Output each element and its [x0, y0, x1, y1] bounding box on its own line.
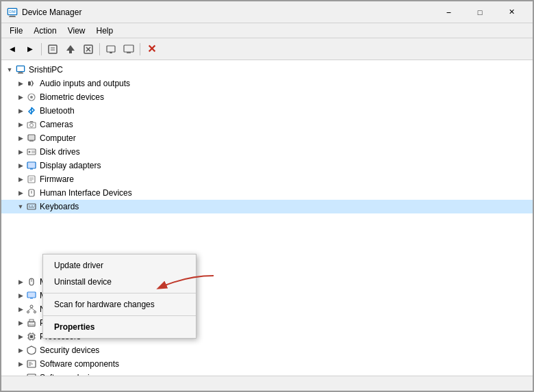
svg-rect-22	[28, 81, 31, 86]
hid-icon	[26, 187, 37, 198]
expand-biometric[interactable]: ▶	[15, 92, 26, 103]
forward-button[interactable]: ►	[22, 41, 38, 57]
device-tree[interactable]: ▼ SrishtiPC ▶ Audio inputs and outputs ▶	[1, 60, 533, 376]
ctx-update-driver[interactable]: Update driver	[43, 257, 196, 274]
expand-security[interactable]: ▶	[15, 345, 26, 356]
svg-rect-53	[28, 293, 35, 297]
properties-button[interactable]	[44, 41, 61, 57]
toolbar-sep-2	[99, 43, 100, 55]
computer-button[interactable]	[120, 41, 137, 57]
svg-rect-64	[30, 335, 33, 338]
svg-marker-27	[29, 121, 34, 122]
svg-rect-16	[124, 45, 134, 52]
hid-label: Human Interface Devices	[40, 188, 132, 198]
toolbar-sep-3	[140, 43, 140, 55]
window-title: Device Manager	[22, 8, 433, 17]
expand-processors[interactable]: ▶	[15, 331, 26, 342]
expand-bluetooth[interactable]: ▶	[15, 105, 26, 116]
close-button[interactable]: ✕	[496, 1, 527, 23]
menu-view[interactable]: View	[62, 25, 91, 37]
ctx-uninstall-device[interactable]: Uninstall device	[43, 274, 196, 290]
toolbar: ◄ ► ✕	[1, 38, 533, 60]
app-icon: DM	[7, 7, 18, 18]
cameras-label: Cameras	[40, 120, 73, 129]
expand-network[interactable]: ▶	[15, 304, 26, 315]
print-icon	[26, 317, 37, 328]
maximize-button[interactable]: □	[464, 1, 496, 23]
audio-icon	[26, 78, 37, 89]
menu-help[interactable]: Help	[91, 25, 119, 37]
expand-cameras[interactable]: ▶	[15, 119, 26, 130]
menu-action[interactable]: Action	[28, 25, 62, 37]
scan-hardware-button[interactable]	[103, 41, 119, 57]
uninstall-button[interactable]	[80, 41, 97, 57]
minimize-button[interactable]: ‒	[433, 1, 464, 23]
svg-rect-36	[28, 163, 35, 168]
expand-computer[interactable]: ▶	[15, 133, 26, 144]
display-label: Display adapters	[40, 161, 101, 170]
svg-text:DM: DM	[9, 10, 15, 14]
svg-rect-77	[27, 374, 36, 376]
expand-software-components[interactable]: ▶	[15, 358, 26, 369]
svg-point-57	[34, 311, 36, 313]
expand-disk[interactable]: ▶	[15, 146, 26, 157]
back-button[interactable]: ◄	[4, 41, 21, 57]
ctx-scan-hardware[interactable]: Scan for hardware changes	[43, 296, 196, 313]
svg-point-26	[30, 124, 34, 127]
svg-rect-62	[29, 324, 34, 326]
expand-firmware[interactable]: ▶	[15, 174, 26, 185]
menu-file[interactable]: File	[4, 25, 28, 37]
tree-keyboards[interactable]: ▼ Keyboards	[1, 200, 533, 213]
biometric-icon	[26, 92, 37, 103]
display-icon	[26, 160, 37, 171]
expand-software-devices[interactable]: ▶	[15, 372, 26, 376]
expand-mice[interactable]: ▶	[15, 276, 26, 287]
tree-software-components[interactable]: ▶ Software components	[1, 357, 533, 371]
disk-icon	[26, 146, 37, 157]
svg-line-58	[28, 308, 31, 311]
status-bar	[1, 376, 533, 391]
computer-device-icon	[26, 133, 37, 144]
keyboard-icon	[26, 201, 37, 212]
processor-icon	[26, 331, 37, 342]
svg-rect-9	[69, 51, 72, 53]
tree-hid[interactable]: ▶ Human Interface Devices	[1, 186, 533, 200]
tree-firmware[interactable]: ▶ Firmware	[1, 172, 533, 186]
tree-bluetooth[interactable]: ▶ Bluetooth	[1, 104, 533, 118]
biometric-label: Biometric devices	[40, 92, 104, 102]
network-icon	[26, 304, 37, 315]
expand-keyboards[interactable]: ▼	[15, 201, 26, 212]
tree-root[interactable]: ▼ SrishtiPC	[1, 63, 533, 77]
tree-audio[interactable]: ▶ Audio inputs and outputs	[1, 77, 533, 90]
context-menu: Update driver Uninstall device Scan for …	[42, 254, 196, 339]
update-driver-button[interactable]	[62, 41, 79, 57]
device-manager-window: DM Device Manager ‒ □ ✕ File Action View…	[0, 0, 534, 392]
expand-print[interactable]: ▶	[15, 317, 26, 328]
tree-disk[interactable]: ▶ Disk drives	[1, 145, 533, 159]
expand-display[interactable]: ▶	[15, 160, 26, 171]
bluetooth-label: Bluetooth	[40, 106, 75, 116]
svg-rect-2	[9, 16, 16, 17]
ctx-properties[interactable]: Properties	[43, 319, 196, 335]
expand-root[interactable]: ▼	[4, 64, 15, 75]
firmware-icon	[26, 174, 37, 185]
tree-display[interactable]: ▶ Display adapters	[1, 159, 533, 172]
computer-device-label: Computer	[40, 133, 76, 143]
tree-software-devices[interactable]: ▶ Software devices	[1, 371, 533, 376]
svg-rect-44	[27, 204, 36, 209]
ctx-sep-2	[43, 315, 196, 316]
svg-rect-5	[49, 45, 57, 53]
expand-monitors[interactable]: ▶	[15, 290, 26, 301]
disk-label: Disk drives	[40, 147, 80, 157]
tree-cameras[interactable]: ▶ Cameras	[1, 118, 533, 131]
tree-security[interactable]: ▶ Security devices	[1, 343, 533, 357]
expand-audio[interactable]: ▶	[15, 78, 26, 89]
ctx-sep-1	[43, 293, 196, 293]
tree-biometric[interactable]: ▶ Biometric devices	[1, 90, 533, 104]
expand-hid[interactable]: ▶	[15, 187, 26, 198]
tree-computer[interactable]: ▶ Computer	[1, 131, 533, 145]
svg-point-32	[29, 151, 31, 153]
svg-point-24	[30, 96, 33, 99]
svg-point-56	[27, 311, 29, 313]
delete-button[interactable]: ✕	[143, 41, 160, 57]
